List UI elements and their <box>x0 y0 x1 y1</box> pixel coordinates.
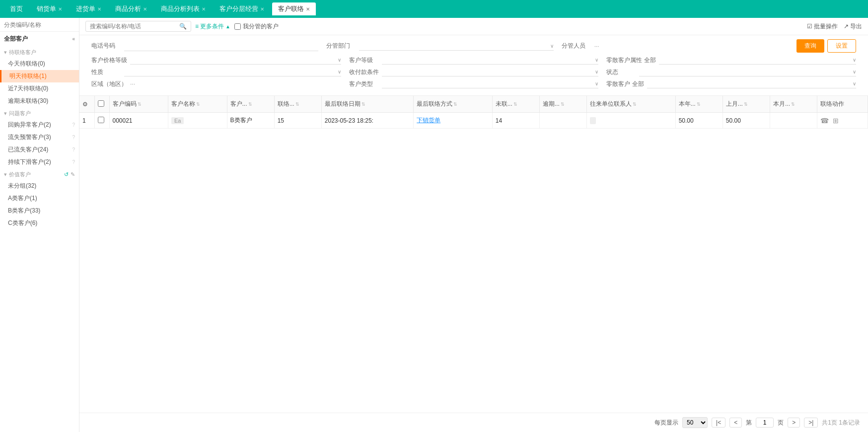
sidebar-item-c-class[interactable]: C类客户(6) <box>0 217 79 229</box>
filter-dept-label: 分管部门 <box>326 42 356 50</box>
top-nav: 首页 销货单 ✕ 进货单 ✕ 商品分析 ✕ 商品分析列表 ✕ 客户分层经营 ✕ … <box>0 0 868 18</box>
edit-value-group-icon[interactable]: ✎ <box>71 171 75 178</box>
my-customer-checkbox-area[interactable]: 我分管的客户 <box>234 22 279 31</box>
sidebar-item-abnormal-repurchase[interactable]: 回购异常客户(2) ? <box>0 119 79 131</box>
sidebar-item-7days-pending[interactable]: 近7天待联络(0) <box>0 82 79 95</box>
settings-gear-icon[interactable]: ⚙ <box>82 101 88 108</box>
cell-this-year: 50.00 <box>675 113 723 129</box>
row-checkbox[interactable] <box>98 117 104 123</box>
search-button[interactable]: 🔍 <box>179 23 187 30</box>
filter-customer-level-select[interactable]: ∨ <box>382 56 599 65</box>
sidebar-search-box: 🔍 <box>0 18 79 32</box>
sidebar-item-today-pending[interactable]: 今天待联络(0) <box>0 58 79 70</box>
search-input[interactable] <box>90 23 179 30</box>
sidebar-item-overdue-pending[interactable]: 逾期未联络(30) <box>0 95 79 107</box>
filter-retail-attr: 零散客户属性 全部 ∨ <box>602 56 860 65</box>
total-info: 共1页 1条记录 <box>822 419 860 427</box>
filter-region-dots[interactable]: ··· <box>130 80 135 87</box>
filter-price-level: 客户价格等级 ∨ <box>87 56 345 65</box>
nav-customer-contact-label: 客户联络 <box>278 4 304 13</box>
dept-dropdown-arrow: ∨ <box>550 43 554 49</box>
nav-analysis-list-close[interactable]: ✕ <box>202 6 206 12</box>
nav-analysis-list[interactable]: 商品分析列表 ✕ <box>155 2 212 15</box>
phone-action-icon[interactable]: ☎ <box>820 117 829 125</box>
refresh-icon[interactable]: ↺ <box>64 171 69 178</box>
filter-payment-select[interactable]: ∨ <box>382 68 599 76</box>
last-page-button[interactable]: >| <box>804 418 818 428</box>
sidebar-item-ungrouped[interactable]: 未分组(32) <box>0 180 79 192</box>
filter-manager-dots[interactable]: ··· <box>594 43 599 50</box>
filter-dept: 分管部门 ∨ <box>322 42 557 51</box>
page-input[interactable] <box>756 418 774 428</box>
filter-customer-level: 客户等级 ∨ <box>345 56 603 65</box>
filter-status-select[interactable]: ∨ <box>639 68 856 76</box>
sidebar-search-input[interactable] <box>4 21 78 28</box>
nav-customer-contact-close[interactable]: ✕ <box>306 6 310 12</box>
sidebar: 🔍 全部客户 « ▾ 待联络客户 今天待联络(0) 明天待联络(1) 近7天待联… <box>0 18 79 432</box>
filter-region-label: 区域（地区） <box>91 80 127 88</box>
col-unlisted: 未联...⇅ <box>492 96 539 113</box>
col-this-month: 本月...⇅ <box>770 96 817 113</box>
all-customers-section[interactable]: 全部客户 « <box>0 32 79 46</box>
sidebar-item-churned[interactable]: 已流失客户(24) ? <box>0 144 79 156</box>
nature-arrow: ∨ <box>338 69 341 74</box>
filter-nature-select[interactable]: ∨ <box>124 68 341 76</box>
help-icon-1: ? <box>72 135 75 140</box>
cell-this-month <box>770 113 817 129</box>
sort-icon-contact: ⇅ <box>295 102 299 107</box>
next-page-button[interactable]: > <box>788 418 800 428</box>
col-this-month-label: 本月... <box>773 100 790 108</box>
nav-analysis-label: 商品分析 <box>115 4 141 13</box>
col-customer-name: 客户名称⇅ <box>168 96 227 113</box>
first-page-button[interactable]: |< <box>712 418 725 428</box>
nav-sales[interactable]: 销货单 ✕ <box>31 2 68 15</box>
sort-icon-method: ⇅ <box>453 102 457 107</box>
filter-retail-customer-select[interactable]: ∨ <box>647 79 856 88</box>
filter-price-level-select[interactable]: ∨ <box>130 56 341 65</box>
select-all-checkbox[interactable] <box>98 100 104 107</box>
filter-retail-attr-select[interactable]: ∨ <box>659 56 856 65</box>
filter-phone-input[interactable] <box>124 41 318 51</box>
sidebar-item-b-class[interactable]: B类客户(33) <box>0 205 79 217</box>
filter-region: 区域（地区） ··· <box>87 80 345 88</box>
toolbar-right: ☑ 批量操作 ↗ 导出 <box>807 22 862 31</box>
nav-home[interactable]: 首页 <box>4 2 29 15</box>
export-button[interactable]: ↗ 导出 <box>844 22 862 31</box>
page-size-select[interactable]: 50 100 <box>682 417 708 428</box>
batch-op-button[interactable]: ☑ 批量操作 <box>807 22 838 31</box>
cell-last-method: 下销货单 <box>414 113 493 129</box>
nav-analysis[interactable]: 商品分析 ✕ <box>109 2 153 15</box>
col-method-label: 最后联络方式 <box>417 100 452 108</box>
nav-customer-contact[interactable]: 客户联络 ✕ <box>272 2 316 15</box>
sidebar-item-declining[interactable]: 持续下滑客户(2) ? <box>0 156 79 168</box>
batch-op-checkbox-icon: ☑ <box>807 23 812 30</box>
filter-customer-type-select[interactable]: ∨ <box>382 79 599 88</box>
col-overdue-label: 逾期... <box>543 100 560 108</box>
nav-purchase[interactable]: 进货单 ✕ <box>70 2 107 15</box>
sidebar-item-churn-warning[interactable]: 流失预警客户(3) ? <box>0 131 79 144</box>
filter-customer-type: 客户类型 ∨ <box>345 79 603 88</box>
more-filter-button[interactable]: ≡ 更多条件 ▲ <box>195 22 230 31</box>
table-area: ⚙ 客户编码⇅ 客户名称⇅ 客户...⇅ <box>79 96 868 413</box>
grid-action-icon[interactable]: ⊞ <box>833 117 839 125</box>
nav-purchase-close[interactable]: ✕ <box>97 6 101 12</box>
my-customer-label: 我分管的客户 <box>243 22 279 31</box>
col-this-year-label: 本年... <box>679 100 696 108</box>
filter-dept-select[interactable]: ∨ <box>359 42 553 51</box>
cell-checkbox <box>94 113 109 129</box>
last-contact-link[interactable]: 下销货单 <box>417 117 440 124</box>
sidebar-item-tomorrow-pending[interactable]: 明天待联络(1) <box>0 70 79 82</box>
col-contact-count-label: 联络... <box>278 100 294 108</box>
filter-price-level-label: 客户价格等级 <box>91 56 127 65</box>
my-customer-checkbox[interactable] <box>234 23 241 30</box>
cell-actions: ☎ ⊞ <box>817 113 868 129</box>
pending-group-label: ▾ 待联络客户 <box>0 46 79 58</box>
nav-customer-layer[interactable]: 客户分层经营 ✕ <box>214 2 270 15</box>
query-button[interactable]: 查询 <box>796 39 824 53</box>
nav-customer-layer-close[interactable]: ✕ <box>260 6 264 12</box>
sidebar-item-a-class[interactable]: A类客户(1) <box>0 192 79 205</box>
nav-sales-close[interactable]: ✕ <box>58 6 62 12</box>
nav-analysis-close[interactable]: ✕ <box>143 6 147 12</box>
prev-page-button[interactable]: < <box>729 418 742 428</box>
settings-button[interactable]: 设置 <box>827 39 856 53</box>
